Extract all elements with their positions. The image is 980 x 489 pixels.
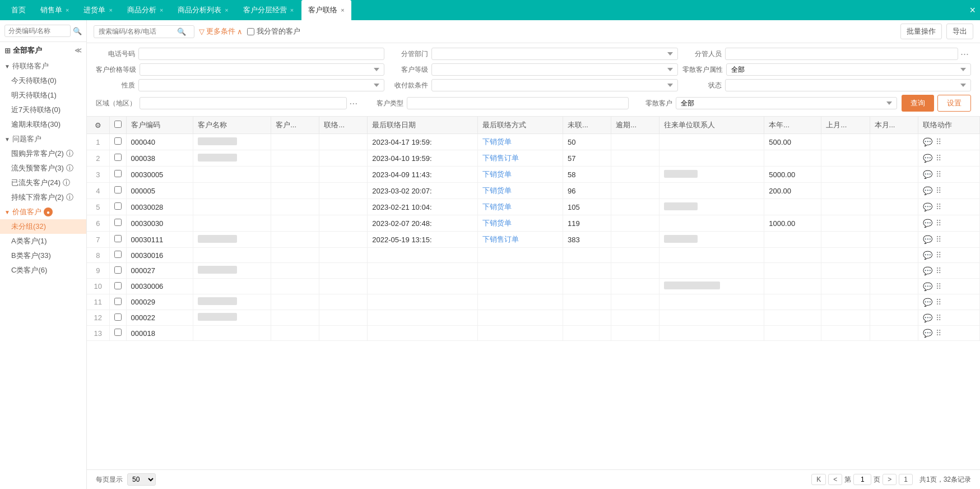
menu-icon[interactable]: ⠿ (936, 329, 941, 338)
chat-icon[interactable]: 💬 (923, 282, 932, 291)
nav-tab-customer-tier[interactable]: 客户分层经营 × (236, 0, 300, 20)
sidebar-item-churn-warning[interactable]: 流失预警客户(3) ⓘ (0, 161, 86, 176)
menu-icon[interactable]: ⠿ (936, 251, 941, 260)
close-customer-tier-icon[interactable]: × (290, 7, 294, 13)
scatter-select[interactable]: 全部 (676, 97, 897, 109)
last-contact-way[interactable]: 下销货单 (478, 167, 563, 183)
row-checkbox[interactable] (114, 251, 122, 258)
row-checkbox[interactable] (114, 282, 122, 289)
last-way-link[interactable]: 下销货单 (482, 137, 512, 146)
chat-icon[interactable]: 💬 (923, 219, 932, 228)
last-contact-way[interactable]: 下销货单 (478, 134, 563, 150)
group-pending-contact[interactable]: ▼ 待联络客户 (0, 59, 86, 73)
menu-icon[interactable]: ⠿ (936, 235, 941, 244)
menu-icon[interactable]: ⠿ (936, 313, 941, 322)
sidebar-search-icon[interactable]: 🔍 (73, 27, 82, 35)
customer-level-select[interactable] (431, 63, 677, 76)
region-more-btn[interactable]: ··· (347, 98, 360, 109)
query-button[interactable]: 查询 (902, 95, 934, 112)
row-checkbox[interactable] (114, 202, 122, 210)
nature-select[interactable] (138, 79, 384, 91)
last-page-btn[interactable]: 1 (899, 474, 913, 485)
group-value-customers[interactable]: ▼ 价值客户 ● (0, 205, 86, 219)
last-way-link[interactable]: 下销货单 (482, 170, 512, 178)
chat-icon[interactable]: 💬 (923, 313, 932, 322)
export-button[interactable]: 导出 (946, 24, 973, 39)
scatter-attr-select[interactable]: 全部 (726, 63, 971, 76)
chat-icon[interactable]: 💬 (923, 137, 932, 146)
nav-tab-analysis-list[interactable]: 商品分析列表 × (171, 0, 235, 20)
sidebar-search-input[interactable] (4, 25, 71, 37)
price-level-select[interactable] (140, 63, 384, 76)
page-size-select[interactable]: 50 20 100 (127, 473, 156, 486)
chat-icon[interactable]: 💬 (923, 329, 932, 338)
last-way-link[interactable]: 下销货单 (482, 186, 512, 195)
menu-icon[interactable]: ⠿ (936, 170, 941, 179)
collapse-icon[interactable]: ≪ (75, 47, 82, 54)
dept-select[interactable] (431, 48, 677, 60)
last-contact-way[interactable]: 下销售订单 (478, 232, 563, 248)
close-analysis-icon[interactable]: × (160, 7, 163, 13)
page-number-input[interactable] (853, 474, 871, 485)
last-contact-way[interactable] (478, 310, 563, 326)
chat-icon[interactable]: 💬 (923, 202, 932, 211)
region-input[interactable] (140, 97, 347, 109)
close-customer-contact-icon[interactable]: × (341, 7, 344, 13)
col-checkbox-all[interactable] (109, 117, 126, 134)
group-problem-customers[interactable]: ▼ 问题客户 (0, 132, 86, 146)
menu-icon[interactable]: ⠿ (936, 219, 941, 228)
last-contact-way[interactable] (478, 279, 563, 294)
sidebar-item-7days-pending[interactable]: 近7天待联络(0) (0, 103, 86, 117)
sidebar-item-ungrouped[interactable]: 未分组(32) (0, 219, 86, 234)
menu-icon[interactable]: ⠿ (936, 298, 941, 307)
status-select[interactable] (725, 79, 971, 91)
menu-icon[interactable]: ⠿ (936, 266, 941, 275)
menu-icon[interactable]: ⠿ (936, 282, 941, 291)
chat-icon[interactable]: 💬 (923, 154, 932, 163)
last-contact-way[interactable]: 下销货单 (478, 215, 563, 232)
sidebar-item-tomorrow-pending[interactable]: 明天待联络(1) (0, 88, 86, 103)
select-all-checkbox[interactable] (114, 121, 122, 128)
chat-icon[interactable]: 💬 (923, 251, 932, 260)
row-checkbox[interactable] (114, 170, 122, 177)
row-checkbox[interactable] (114, 137, 122, 145)
more-conditions-btn[interactable]: ▽ 更多条件 ∧ (199, 26, 243, 36)
payment-select[interactable] (431, 79, 677, 91)
sidebar-item-today-pending[interactable]: 今天待联络(0) (0, 73, 86, 88)
search-input[interactable] (99, 27, 177, 35)
chat-icon[interactable]: 💬 (923, 186, 932, 195)
search-icon[interactable]: 🔍 (177, 27, 186, 36)
sidebar-item-class-b[interactable]: B类客户(33) (0, 248, 86, 263)
last-contact-way[interactable]: 下销售订单 (478, 150, 563, 167)
sidebar-item-declining[interactable]: 持续下滑客户(2) ⓘ (0, 190, 86, 205)
close-analysis-list-icon[interactable]: × (225, 7, 228, 13)
sidebar-item-overdue-contact[interactable]: 逾期未联络(30) (0, 117, 86, 132)
reset-button[interactable]: 设置 (937, 95, 971, 112)
sidebar-item-churned[interactable]: 已流失客户(24) ⓘ (0, 176, 86, 190)
last-contact-way[interactable] (478, 326, 563, 341)
customer-type-input[interactable] (407, 97, 628, 109)
my-customers-label[interactable]: 我分管的客户 (247, 26, 300, 36)
nav-tab-purchase[interactable]: 进货单 × (77, 0, 119, 20)
all-customers-header[interactable]: ⊞ 全部客户 ≪ (0, 42, 86, 59)
nav-tab-customer-contact[interactable]: 客户联络 × (301, 0, 351, 20)
chat-icon[interactable]: 💬 (923, 266, 932, 275)
row-checkbox[interactable] (114, 235, 122, 242)
menu-icon[interactable]: ⠿ (936, 186, 941, 195)
last-way-link[interactable]: 下销售订单 (482, 235, 519, 243)
row-checkbox[interactable] (114, 313, 122, 321)
last-contact-way[interactable]: 下销货单 (478, 183, 563, 199)
sidebar-item-hoarding[interactable]: 囤购异常客户(2) ⓘ (0, 146, 86, 161)
last-way-link[interactable]: 下销货单 (482, 219, 512, 227)
batch-op-button[interactable]: 批量操作 (900, 24, 942, 39)
first-page-btn[interactable]: K (811, 474, 826, 485)
last-contact-way[interactable] (478, 248, 563, 263)
chat-icon[interactable]: 💬 (923, 170, 932, 179)
row-checkbox[interactable] (114, 329, 122, 336)
next-page-btn[interactable]: > (883, 474, 897, 485)
row-checkbox[interactable] (114, 186, 122, 193)
last-way-link[interactable]: 下销货单 (482, 202, 512, 211)
nav-tab-home[interactable]: 首页 (4, 0, 32, 20)
close-sales-icon[interactable]: × (66, 7, 69, 13)
close-all-button[interactable]: × (969, 4, 976, 16)
